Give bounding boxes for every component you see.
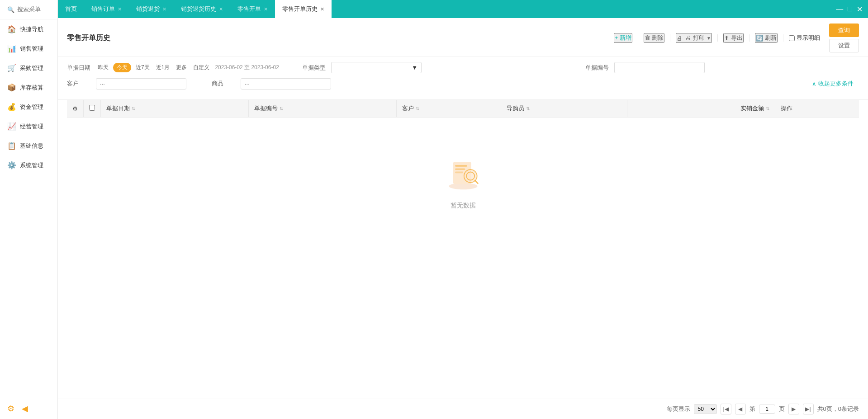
settings-button[interactable]: 设置: [829, 39, 859, 52]
nav-tab-sales_order[interactable]: 销售订单✕: [84, 0, 129, 18]
divider: [638, 34, 638, 42]
type-select-arrow: ▼: [412, 64, 417, 71]
sidebar-item-xiaoshou[interactable]: 📊销售管理: [0, 39, 57, 58]
export-button[interactable]: ⬆ 导出: [723, 33, 744, 43]
nav-tab-close-retail_history[interactable]: ✕: [320, 6, 324, 12]
sort-customer-icon[interactable]: ⇅: [416, 106, 419, 111]
query-button[interactable]: 查询: [829, 24, 859, 37]
page-input[interactable]: [759, 405, 775, 414]
page-header: 零售开单历史 + 新增 🗑 删除 🖨 🖨 打印 ▼ ⬆ 导出 🔄: [58, 18, 868, 56]
th-settings[interactable]: ⚙: [67, 100, 84, 118]
date-range-display: 2023-06-02 至 2023-06-02: [215, 64, 279, 71]
page-label: 页: [779, 405, 785, 413]
sidebar-icon-jingying: 📈: [7, 122, 16, 131]
sidebar-icon-xitong: ⚙️: [7, 161, 16, 169]
collapse-chevron-icon: ∧: [812, 80, 816, 87]
sort-date-icon[interactable]: ⇅: [132, 106, 135, 111]
th-amount: 实销金额 ⇅: [627, 100, 775, 118]
divider3: [717, 34, 718, 42]
nav-tab-close-sales_return_history[interactable]: ✕: [219, 6, 223, 12]
sidebar-item-zijin[interactable]: 💰资金管理: [0, 97, 57, 117]
collapse-filter-btn[interactable]: ∧ 收起更多条件: [806, 78, 859, 89]
delete-button[interactable]: 🗑 删除: [644, 33, 665, 43]
sidebar-label-zijin: 资金管理: [20, 103, 43, 111]
th-guide: 导购员 ⇅: [501, 100, 627, 118]
select-all-checkbox[interactable]: [89, 105, 95, 111]
sidebar-search-label: 搜索采单: [17, 5, 41, 14]
nav-tab-retail_open[interactable]: 零售开单✕: [230, 0, 275, 18]
empty-icon: [443, 154, 484, 194]
date-more[interactable]: 更多: [174, 63, 189, 72]
sidebar-item-kucun[interactable]: 📦库存核算: [0, 78, 57, 97]
sidebar-icon-jichu: 📋: [7, 141, 16, 150]
nav-tab-label-retail_open: 零售开单: [237, 5, 261, 13]
date-filter: 单据日期 昨天 今天 近7天 近1月 更多 自定义 2023-06-02 至 2…: [67, 63, 293, 72]
date-1month[interactable]: 近1月: [154, 63, 172, 72]
nav-tab-sales_return_history[interactable]: 销货退货历史✕: [174, 0, 230, 18]
date-custom[interactable]: 自定义: [191, 63, 211, 72]
main-area: 首页销售订单✕销货退货✕销货退货历史✕零售开单✕零售开单历史✕ — □ ✕ 零售…: [58, 0, 868, 419]
show-detail-checkbox-label[interactable]: 显示明细: [789, 34, 820, 42]
sidebar-icon-xiaoshou: 📊: [7, 44, 16, 53]
sidebar-item-xitong[interactable]: ⚙️系统管理: [0, 155, 57, 175]
sidebar-label-xiaoshou: 销售管理: [20, 45, 43, 53]
divider4: [749, 34, 749, 42]
data-table: ⚙ 单据日期 ⇅ 单据编号 ⇅: [67, 100, 859, 118]
print-button[interactable]: 🖨 🖨 打印 ▼: [676, 33, 712, 43]
last-page-btn[interactable]: ▶|: [803, 404, 814, 414]
table-header-row: ⚙ 单据日期 ⇅ 单据编号 ⇅: [67, 100, 859, 118]
sidebar-icon-kuaijie: 🏠: [7, 25, 16, 33]
close-icon[interactable]: ✕: [857, 5, 863, 14]
goods-input[interactable]: [241, 78, 331, 89]
type-select[interactable]: ▼: [331, 62, 422, 73]
date-today[interactable]: 今天: [113, 63, 131, 72]
sidebar-label-jingying: 经营管理: [20, 122, 43, 131]
sort-docnum-icon[interactable]: ⇅: [280, 106, 283, 111]
date-7days[interactable]: 近7天: [134, 63, 152, 72]
maximize-icon[interactable]: □: [848, 5, 852, 13]
show-detail-checkbox[interactable]: [789, 35, 795, 41]
sidebar-search[interactable]: 🔍 搜索采单: [0, 0, 57, 19]
per-page-label: 每页显示: [667, 405, 690, 413]
sort-amount-icon[interactable]: ⇅: [766, 106, 769, 111]
nav-tab-home[interactable]: 首页: [58, 0, 84, 18]
docnum-input[interactable]: [614, 62, 705, 73]
minimize-icon[interactable]: —: [836, 5, 843, 13]
th-checkbox[interactable]: [84, 100, 101, 118]
sidebar-icon-kucun: 📦: [7, 83, 16, 92]
per-page-select[interactable]: 50 100 200: [694, 404, 717, 414]
next-page-btn[interactable]: ▶: [788, 404, 799, 414]
customer-input[interactable]: [96, 78, 186, 89]
goods-label: 商品: [212, 80, 237, 88]
sidebar-label-caigou: 采购管理: [20, 64, 43, 72]
refresh-icon: 🔄: [756, 35, 763, 42]
first-page-btn[interactable]: |◀: [721, 404, 731, 414]
sidebar-item-kuaijie[interactable]: 🏠快捷导航: [0, 19, 57, 39]
settings-bottom-icon[interactable]: ⚙: [7, 404, 14, 414]
nav-tab-sales_return[interactable]: 销货退货✕: [129, 0, 174, 18]
prev-page-btn[interactable]: ◀: [735, 404, 746, 414]
sidebar-label-xitong: 系统管理: [20, 161, 43, 169]
sort-guide-icon[interactable]: ⇅: [526, 106, 530, 111]
nav-tab-label-retail_history: 零售开单历史: [282, 5, 318, 13]
sidebar-item-jichu[interactable]: 📋基础信息: [0, 136, 57, 155]
customer-filter: 客户: [67, 78, 203, 89]
pagination: 每页显示 50 100 200 |◀ ◀ 第 页 ▶ ▶| 共0页，0条记录: [58, 399, 868, 419]
refresh-button[interactable]: 🔄 刷新: [755, 33, 778, 43]
nav-tab-close-retail_open[interactable]: ✕: [264, 6, 268, 12]
nav-tab-retail_history[interactable]: 零售开单历史✕: [275, 0, 332, 18]
sidebar-icon-caigou: 🛒: [7, 64, 16, 72]
nav-tab-close-sales_order[interactable]: ✕: [118, 6, 122, 12]
add-button[interactable]: + 新增: [614, 33, 632, 43]
th-action: 操作: [775, 100, 859, 118]
svg-rect-2: [455, 165, 467, 167]
sidebar-bottom: ⚙ ◀: [0, 398, 57, 419]
svg-rect-3: [455, 168, 465, 170]
date-yesterday[interactable]: 昨天: [96, 63, 110, 72]
collapse-sidebar-icon[interactable]: ◀: [22, 404, 28, 414]
nav-tab-label-sales_order: 销售订单: [91, 5, 115, 13]
sidebar-item-caigou[interactable]: 🛒采购管理: [0, 58, 57, 78]
sidebar-item-jingying[interactable]: 📈经营管理: [0, 117, 57, 136]
nav-tab-close-sales_return[interactable]: ✕: [162, 6, 166, 12]
total-text: 共0页，0条记录: [817, 405, 859, 413]
